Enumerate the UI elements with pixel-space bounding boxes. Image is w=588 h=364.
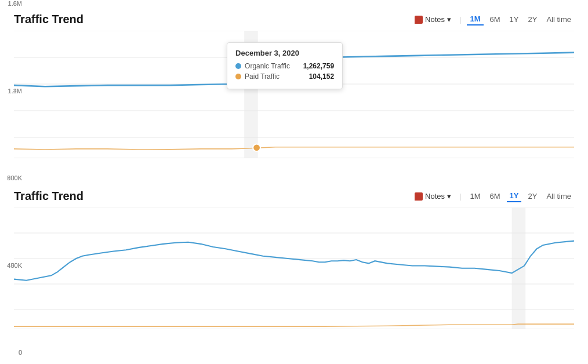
chart2-controls: Notes ▾ | 1M 6M 1Y 2Y All time [412,190,574,202]
chart2-svg [14,208,574,335]
chevron-down-icon-2: ▾ [447,192,451,201]
chart1-area: December 3, 2020 Organic Traffic 1,262,7… [14,31,574,164]
divider: | [459,15,461,24]
chart2-time-1m[interactable]: 1M [467,191,483,202]
svg-rect-6 [244,31,258,158]
chart2-notes-button[interactable]: Notes ▾ [412,191,453,202]
chart1-notes-label: Notes [425,15,445,24]
chart1-controls: Notes ▾ | 1M 6M 1Y 2Y All time [412,13,574,26]
chevron-down-icon: ▾ [447,15,451,24]
chart1-time-6m[interactable]: 6M [487,14,503,25]
notes-icon-2 [415,192,423,201]
chart1-notes-button[interactable]: Notes ▾ [412,14,453,25]
chart1-header: Traffic Trend Notes ▾ | 1M 6M 1Y 2Y All … [14,13,574,26]
chart2-header: Traffic Trend Notes ▾ | 1M 6M 1Y 2Y All … [14,190,574,203]
chart2-time-2y[interactable]: 2Y [525,191,540,202]
chart1-time-1y[interactable]: 1Y [507,14,522,25]
chart2-area [14,208,574,335]
svg-point-8 [252,60,262,70]
chart2-time-1y[interactable]: 1Y [507,190,522,202]
chart2-title: Traffic Trend [14,190,84,203]
chart1-svg [14,31,574,164]
chart1-title: Traffic Trend [14,13,84,26]
chart1-time-2y[interactable]: 2Y [525,14,540,25]
chart2-container: Traffic Trend Notes ▾ | 1M 6M 1Y 2Y All … [9,183,579,340]
chart1-time-alltime[interactable]: All time [543,14,574,25]
chart1-container: Traffic Trend Notes ▾ | 1M 6M 1Y 2Y All … [9,6,579,169]
notes-icon [415,16,423,24]
svg-point-7 [253,144,260,152]
divider2: | [459,192,461,201]
chart2-time-6m[interactable]: 6M [487,191,503,202]
svg-rect-15 [512,208,526,329]
chart2-notes-label: Notes [425,192,445,201]
chart1-time-1m[interactable]: 1M [467,13,483,26]
chart2-time-alltime[interactable]: All time [543,191,574,202]
